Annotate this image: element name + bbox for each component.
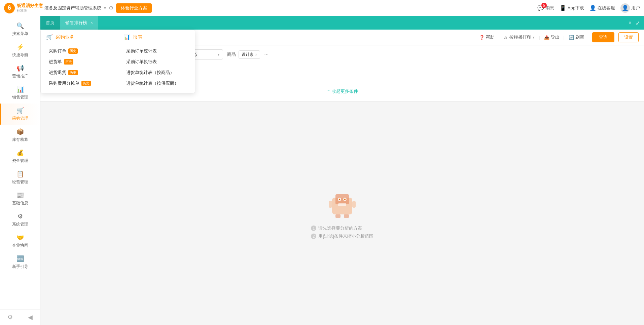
window-max-btn[interactable]: ⤢ <box>634 20 641 26</box>
tab-home-label: 首页 <box>46 20 55 26</box>
goods-tag[interactable]: 设计素 × <box>239 50 260 59</box>
topbar-right: 💬 5 消息 📱 App下载 👤 在线客服 👤 用户 <box>537 3 640 13</box>
tab-right-actions: × ⤢ <box>627 20 644 26</box>
hist-badge-1: 历史 <box>68 48 78 54</box>
sidebar-item-system[interactable]: ⚙ 系统管理 <box>0 209 40 231</box>
menu-item-inbound[interactable]: 进货单 历史 <box>46 56 112 67</box>
search-icon: 🔍 <box>16 22 24 30</box>
sidebar-item-guide[interactable]: 🆕 新手引导 <box>0 252 40 273</box>
help-btn[interactable]: ❓ 帮助 <box>479 34 495 40</box>
print-btn[interactable]: 🖨 按模板打印 ▾ <box>504 34 535 40</box>
bottom-settings-icon[interactable]: ⚙ <box>7 314 13 321</box>
inbound-goods-label: 进货单统计表（按商品） <box>126 70 174 76</box>
goods-tag-close[interactable]: × <box>255 53 257 56</box>
empty-illustration <box>322 188 362 221</box>
menu-item-inbound-supplier[interactable]: 进货单统计表（按供应商） <box>123 78 190 89</box>
brand-name: 畅通消好生意 <box>17 3 43 9</box>
sidebar-label-sales: 销售管理 <box>12 94 28 100</box>
sidebar-label-guide: 新手引导 <box>12 264 28 270</box>
bottom-collapse-icon[interactable]: ◀ <box>28 314 33 321</box>
sidebar-label-basic: 基础信息 <box>12 200 28 206</box>
sales-icon: 📊 <box>16 86 24 93</box>
menu-item-return[interactable]: 进货退货 历史 <box>46 67 112 78</box>
sidebar-item-inventory[interactable]: 📦 库存核算 <box>0 125 40 146</box>
settings-icon[interactable]: ⚙ <box>109 5 113 11</box>
menu-item-order-exec[interactable]: 采购订单执行表 <box>123 56 190 67</box>
system-name: 装备及固定资产辅助管理系统 <box>44 5 101 11</box>
tab-close-icon[interactable]: × <box>91 21 93 25</box>
topbar: 6 畅通消好生意 标准版 装备及固定资产辅助管理系统 ▾ ⚙ 体验行业方案 💬 … <box>0 0 644 16</box>
window-close-btn[interactable]: × <box>627 20 633 26</box>
refresh-btn[interactable]: 🔄 刷新 <box>569 34 584 40</box>
topbar-center: 装备及固定资产辅助管理系统 ▾ ⚙ 体验行业方案 <box>44 3 537 13</box>
goods-more-btn[interactable]: ··· <box>263 51 270 57</box>
sidebar-item-sales[interactable]: 📊 销售管理 <box>0 82 40 104</box>
sidebar-item-marketing[interactable]: 📢 营销推广 <box>0 61 40 82</box>
goods-label: 商品 <box>227 51 236 57</box>
export-label: 导出 <box>551 34 560 40</box>
sidebar-item-capital[interactable]: 💰 资金管理 <box>0 146 40 167</box>
sidebar-label-system: 系统管理 <box>12 221 28 227</box>
return-label: 进货退货 <box>49 70 66 76</box>
system-dropdown-arrow[interactable]: ▾ <box>104 6 106 10</box>
query-button[interactable]: 查询 <box>592 32 614 42</box>
messages-action[interactable]: 💬 5 消息 <box>537 5 554 11</box>
purchase-dropdown-overlay: 🛒 采购业务 采购订单 历史 进货单 历史 进货退货 <box>40 30 195 93</box>
dropdown-col1-header: 🛒 采购业务 <box>46 34 112 42</box>
sep1: | <box>499 35 500 40</box>
operations-icon: 📋 <box>16 170 24 178</box>
marketing-icon: 📢 <box>16 65 24 72</box>
inventory-icon: 📦 <box>16 128 24 135</box>
tip2-text: 用[过滤]条件来缩小分析范围 <box>318 233 373 239</box>
collapse-btn[interactable]: ⌃ 收起更多条件 <box>327 88 358 94</box>
cost-alloc-label: 采购费用分摊单 <box>49 80 79 86</box>
print-arrow[interactable]: ▾ <box>533 35 535 40</box>
sidebar-item-operations[interactable]: 📋 经营管理 <box>0 167 40 188</box>
service-icon: 👤 <box>589 5 596 11</box>
sidebar-label-operations: 经营管理 <box>12 179 28 185</box>
user-action[interactable]: 👤 用户 <box>620 3 640 13</box>
export-btn[interactable]: 📤 导出 <box>544 34 560 40</box>
sidebar: 🔍 搜索菜单 ⚡ 快捷导航 📢 营销推广 📊 销售管理 🛒 采购管理 📦 库存核… <box>0 16 40 325</box>
inbound-supplier-label: 进货单统计表（按供应商） <box>126 80 179 86</box>
order-exec-label: 采购订单执行表 <box>126 59 157 65</box>
tip1-text: 请先选择要分析的方案 <box>318 225 362 231</box>
svg-point-4 <box>339 199 340 200</box>
enterprise-icon: 🤝 <box>16 234 24 241</box>
main-layout: 🔍 搜索菜单 ⚡ 快捷导航 📢 营销推广 📊 销售管理 🛒 采购管理 📦 库存核… <box>0 16 644 325</box>
step1-num: 1 <box>311 226 316 231</box>
dropdown-col-reports: 📊 报表 采购订单统计表 采购订单执行表 进货单统计表（按商品） <box>118 34 195 89</box>
industry-button[interactable]: 体验行业方案 <box>116 3 152 13</box>
sidebar-item-purchase[interactable]: 🛒 采购管理 <box>0 104 40 125</box>
svg-point-5 <box>344 199 346 200</box>
messages-count: 5 <box>541 3 547 8</box>
empty-tip2: 2 用[过滤]条件来缩小分析范围 <box>311 233 373 239</box>
app-download-action[interactable]: 📱 App下载 <box>560 5 584 11</box>
settings-button[interactable]: 设置 <box>618 32 639 42</box>
empty-tips: 1 请先选择要分析的方案 2 用[过滤]条件来缩小分析范围 <box>311 225 373 239</box>
tab-sales-rank[interactable]: 销售排行榜 × <box>60 16 98 30</box>
menu-item-cost-alloc[interactable]: 采购费用分摊单 历史 <box>46 78 112 89</box>
menu-item-inbound-goods[interactable]: 进货单统计表（按商品） <box>123 67 190 78</box>
collapse-icon: ⌃ <box>327 89 330 94</box>
sidebar-item-quicknav[interactable]: ⚡ 快捷导航 <box>0 40 40 61</box>
sidebar-item-enterprise[interactable]: 🤝 企业协同 <box>0 231 40 252</box>
sidebar-label-inventory: 库存核算 <box>12 137 28 143</box>
online-service-action[interactable]: 👤 在线客服 <box>589 5 615 11</box>
quicknav-icon: ⚡ <box>16 43 24 51</box>
svg-rect-9 <box>335 214 341 218</box>
sidebar-item-search[interactable]: 🔍 搜索菜单 <box>0 19 40 40</box>
guide-icon: 🆕 <box>16 255 24 262</box>
sidebar-label-capital: 资金管理 <box>12 158 28 164</box>
empty-state: 1 请先选择要分析的方案 2 用[过滤]条件来缩小分析范围 <box>40 101 644 325</box>
user-label: 用户 <box>631 5 640 11</box>
menu-item-order-stats[interactable]: 采购订单统计表 <box>123 46 190 56</box>
tab-home[interactable]: 首页 <box>40 16 60 30</box>
sidebar-item-basic[interactable]: 📰 基础信息 <box>0 188 40 209</box>
sep3: | <box>564 35 565 40</box>
collapse-label: 收起更多条件 <box>332 88 358 94</box>
menu-item-purchase-order[interactable]: 采购订单 历史 <box>46 46 112 56</box>
dropdown-col2-header: 📊 报表 <box>123 34 190 42</box>
content-area: 首页 销售排行榜 × × ⤢ ❓ 帮助 | <box>40 16 644 325</box>
svg-rect-1 <box>335 194 349 204</box>
